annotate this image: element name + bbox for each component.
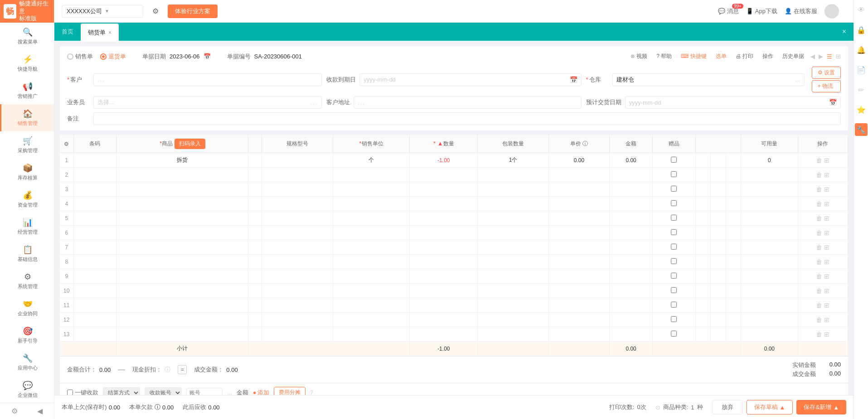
save-new-button[interactable]: 保存&新增 ▲ xyxy=(796,400,846,414)
sidebar-item-inventory[interactable]: 📦 库存核算 xyxy=(0,159,54,186)
product-type-radio[interactable]: ⊙ xyxy=(655,404,660,411)
row-barcode-7[interactable] xyxy=(73,255,116,269)
remark-input[interactable] xyxy=(93,112,841,125)
row-product-11[interactable] xyxy=(116,313,248,327)
delete-icon-6[interactable]: 🗑 xyxy=(816,244,822,251)
row-pkg-9[interactable] xyxy=(478,284,548,298)
row-amount-3[interactable] xyxy=(610,197,653,211)
row-price-1[interactable] xyxy=(548,168,609,182)
row-product-4[interactable] xyxy=(116,211,248,226)
row-product-10[interactable] xyxy=(116,298,248,313)
row-price-10[interactable] xyxy=(548,298,609,313)
row-unit-4[interactable] xyxy=(333,211,409,226)
row-qty-10[interactable] xyxy=(410,298,478,313)
row-qty-12[interactable] xyxy=(410,327,478,342)
row-product-1[interactable] xyxy=(116,168,248,182)
copy-icon-0[interactable]: ⊞ xyxy=(824,157,829,164)
history-btn[interactable]: 历史单据 xyxy=(780,52,807,61)
tab-close-icon[interactable]: × xyxy=(108,29,112,36)
row-unit-7[interactable] xyxy=(333,255,409,269)
row-product-12[interactable] xyxy=(116,327,248,342)
row-amount-0[interactable]: 0.00 xyxy=(610,153,653,168)
shortcut-btn[interactable]: ⌨ 快捷键 xyxy=(678,52,709,61)
row-gift-3[interactable] xyxy=(653,197,696,211)
delete-icon-5[interactable]: 🗑 xyxy=(816,229,822,236)
sidebar-item-operations[interactable]: 📊 经营管理 xyxy=(0,213,54,240)
add-payment-btn[interactable]: ● 添加 xyxy=(253,389,269,395)
row-price-11[interactable] xyxy=(548,313,609,327)
this-order-arrear-icon[interactable]: ⓘ xyxy=(155,403,160,411)
row-spec-0[interactable] xyxy=(262,153,333,168)
row-price-2[interactable] xyxy=(548,182,609,197)
row-gift-2[interactable] xyxy=(653,182,696,197)
company-selector[interactable]: XXXXXX公司 ▼ xyxy=(62,5,143,18)
help-btn[interactable]: ? 帮助 xyxy=(654,52,674,61)
save-draft-button[interactable]: 保存草稿 ▲ xyxy=(747,400,793,414)
radio-sale[interactable]: 销售单 xyxy=(67,53,93,61)
sidebar-item-basics[interactable]: 📋 基础信息 xyxy=(0,240,54,267)
row-barcode-4[interactable] xyxy=(73,211,116,226)
topbar-settings-button[interactable]: ⚙ xyxy=(149,5,162,18)
delete-icon-2[interactable]: 🗑 xyxy=(816,186,822,193)
account-number-input[interactable] xyxy=(186,388,223,395)
nav-prev-icon[interactable]: ◀ xyxy=(810,53,815,60)
online-service-button[interactable]: 👤 在线客服 xyxy=(785,7,817,15)
row-qty-3[interactable] xyxy=(410,197,478,211)
row-spec-3[interactable] xyxy=(262,197,333,211)
row-price-9[interactable] xyxy=(548,284,609,298)
row-qty-11[interactable] xyxy=(410,313,478,327)
row-product-6[interactable] xyxy=(116,240,248,255)
trial-button[interactable]: 体验行业方案 xyxy=(168,5,218,18)
customer-input[interactable]: ... xyxy=(93,73,322,86)
row-barcode-10[interactable] xyxy=(73,298,116,313)
salesperson-input[interactable]: 选择... ... xyxy=(93,96,322,109)
copy-icon-10[interactable]: ⊞ xyxy=(824,302,829,309)
settings-action-btn[interactable]: ⚙ 设置 xyxy=(812,67,841,79)
row-amount-1[interactable] xyxy=(610,168,653,182)
row-spec-12[interactable] xyxy=(262,327,333,342)
row-unit-0[interactable]: 个 xyxy=(333,153,409,168)
operations-btn[interactable]: 操作 xyxy=(760,52,776,61)
row-pkg-11[interactable] xyxy=(478,313,548,327)
sidebar-collapse-icon[interactable]: ◀ xyxy=(37,407,43,415)
row-qty-9[interactable] xyxy=(410,284,478,298)
copy-icon-12[interactable]: ⊞ xyxy=(824,331,829,338)
row-barcode-5[interactable] xyxy=(73,226,116,240)
copy-icon-1[interactable]: ⊞ xyxy=(824,171,829,178)
sidebar-item-marketing[interactable]: 📢 营销推广 xyxy=(0,77,54,104)
right-sidebar-bell-icon[interactable]: 🔔 xyxy=(855,43,868,56)
row-price-6[interactable] xyxy=(548,240,609,255)
row-product-9[interactable] xyxy=(116,284,248,298)
row-gift-9[interactable] xyxy=(653,284,696,298)
row-spec-9[interactable] xyxy=(262,284,333,298)
row-unit-3[interactable] xyxy=(333,197,409,211)
row-spec-8[interactable] xyxy=(262,269,333,284)
user-avatar[interactable] xyxy=(824,4,839,19)
row-gift-7[interactable] xyxy=(653,255,696,269)
right-sidebar-lock-icon[interactable]: 🔒 xyxy=(855,24,868,36)
copy-icon-3[interactable]: ⊞ xyxy=(824,200,829,207)
row-pkg-4[interactable] xyxy=(478,211,548,226)
row-amount-11[interactable] xyxy=(610,313,653,327)
copy-icon-5[interactable]: ⊞ xyxy=(824,229,829,236)
copy-icon-8[interactable]: ⊞ xyxy=(824,273,829,280)
sidebar-item-search[interactable]: 🔍 搜索菜单 xyxy=(0,23,54,50)
customer-address-input[interactable]: ... xyxy=(354,96,581,109)
right-sidebar-doc-icon[interactable]: 📄 xyxy=(855,63,868,76)
row-product-7[interactable] xyxy=(116,255,248,269)
row-product-3[interactable] xyxy=(116,197,248,211)
date-calendar-icon[interactable]: 📅 xyxy=(204,53,211,60)
app-download-button[interactable]: 📱 App下载 xyxy=(746,7,777,15)
row-spec-5[interactable] xyxy=(262,226,333,240)
row-pkg-8[interactable] xyxy=(478,269,548,284)
row-unit-6[interactable] xyxy=(333,240,409,255)
row-qty-1[interactable] xyxy=(410,168,478,182)
row-spec-7[interactable] xyxy=(262,255,333,269)
row-gift-11[interactable] xyxy=(653,313,696,327)
copy-icon-11[interactable]: ⊞ xyxy=(824,316,829,323)
row-product-0[interactable]: 拆货 xyxy=(116,153,248,168)
list-view-icon[interactable]: ☰ xyxy=(827,53,832,60)
delete-icon-1[interactable]: 🗑 xyxy=(816,171,822,178)
delete-icon-8[interactable]: 🗑 xyxy=(816,273,822,280)
row-price-7[interactable] xyxy=(548,255,609,269)
